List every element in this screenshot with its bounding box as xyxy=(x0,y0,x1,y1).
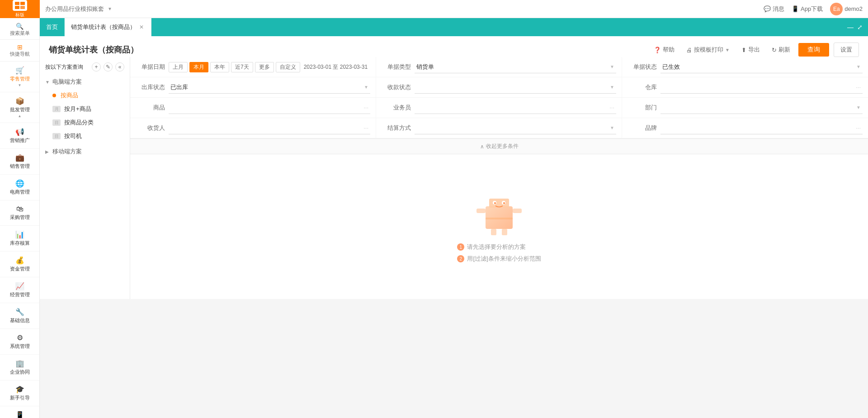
sidebar-item-inventory[interactable]: 📊 库存核算 xyxy=(0,226,39,252)
user-profile[interactable]: Ea demo2 xyxy=(830,3,863,15)
sidebar-item-enterprise[interactable]: 🏢 企业协同 xyxy=(0,355,39,380)
collectstatus-select[interactable]: ▼ xyxy=(415,81,616,94)
sidebar-item-system[interactable]: ⚙ 系统管理 xyxy=(0,329,39,355)
settlement-select[interactable]: ▼ xyxy=(415,122,616,134)
docstatus-label: 单据状态 xyxy=(627,63,657,71)
sidebar-item-ecommerce[interactable]: 🌐 电商管理 xyxy=(0,175,39,200)
print-arrow-icon: ▼ xyxy=(725,48,730,52)
username: demo2 xyxy=(844,5,863,12)
tree-group-mobile[interactable]: ▶ 移动端方案 xyxy=(40,145,130,158)
salesman-label: 业务员 xyxy=(382,104,411,112)
brand-input[interactable]: ··· xyxy=(660,122,863,134)
tree-item-by-goods-label: 按商品 xyxy=(61,91,78,100)
tree-item-category-label: 按商品分类 xyxy=(64,119,94,127)
query-btn[interactable]: 查询 xyxy=(798,43,829,57)
tree-item-by-month-goods[interactable]: 月 按月+商品 xyxy=(40,102,130,116)
settings-btn[interactable]: 设置 xyxy=(834,43,859,57)
filter-rows: 单据日期 上月 本月 本年 近7天 更多 自定义 2023-03-01 至 20… xyxy=(130,57,868,139)
tab-maximize-icon[interactable]: ⤢ xyxy=(857,24,863,31)
quick-nav[interactable]: ⊞ 快捷导航 xyxy=(0,40,39,62)
date-btn-custom[interactable]: 自定义 xyxy=(276,62,300,72)
scheme-actions: + ✎ « xyxy=(92,62,124,71)
outstatus-arrow-icon: ▼ xyxy=(364,85,368,90)
svg-rect-3 xyxy=(20,6,25,9)
empty-illustration xyxy=(472,190,526,236)
warehouse-label: 仓库 xyxy=(627,83,657,91)
sidebar-item-operations[interactable]: 📈 经营管理 xyxy=(0,277,39,303)
tree-item-month-label: 按月+商品 xyxy=(64,105,91,113)
main-layout: 按以下方案查询 + ✎ « ▼ xyxy=(40,57,868,299)
edit-scheme-btn[interactable]: ✎ xyxy=(104,62,113,71)
tree-arrow-desktop: ▼ xyxy=(45,80,51,85)
receiver-dots-icon[interactable]: ··· xyxy=(363,124,368,131)
docstatus-value: 已生效 xyxy=(662,63,856,71)
doctype-select[interactable]: 销货单 ▼ xyxy=(415,61,616,73)
warehouse-dots-icon[interactable]: ··· xyxy=(856,84,861,90)
date-btn-this-year[interactable]: 本年 xyxy=(210,62,229,72)
goods-input[interactable]: ··· xyxy=(169,101,370,114)
receiver-input[interactable]: ··· xyxy=(169,122,370,134)
system-label: 系统管理 xyxy=(10,343,30,350)
add-scheme-btn[interactable]: + xyxy=(92,62,101,71)
tree-item-by-goods[interactable]: 按商品 xyxy=(40,89,130,102)
sidebar-item-wholesale[interactable]: 📦 批发管理 ▲ xyxy=(0,92,39,123)
tab-minimize-icon[interactable]: — xyxy=(847,24,854,31)
print-btn[interactable]: 🖨 按模板打印 ▼ xyxy=(683,44,733,56)
sidebar-item-purchase[interactable]: 🛍 采购管理 xyxy=(0,200,39,226)
collapse-filters-btn[interactable]: ∧ 收起更多条件 xyxy=(130,139,868,154)
active-tab-label: 销货单统计表（按商品） xyxy=(71,23,136,31)
sidebar-item-sales[interactable]: 💼 销售管理 xyxy=(0,149,39,175)
filter-row-3: 商品 ··· 业务员 ··· xyxy=(130,98,868,118)
sidebar-item-retail[interactable]: 🛒 零售管理 ▼ xyxy=(0,62,39,92)
tree-arrow-mobile: ▶ xyxy=(45,149,51,154)
message-icon: 💬 xyxy=(764,5,771,12)
sidebar-item-guide[interactable]: 🎓 新手引导 xyxy=(0,380,39,406)
filter-cell-brand: 品牌 ··· xyxy=(622,118,868,138)
retail-label: 零售管理 xyxy=(10,76,30,82)
tree-item-by-category[interactable]: 目 按商品分类 xyxy=(40,116,130,129)
industry-dropdown-icon[interactable]: ▼ xyxy=(108,6,112,11)
help-btn[interactable]: ❓ 帮助 xyxy=(650,44,678,56)
enterprise-label: 企业协同 xyxy=(10,369,30,375)
tree-group-desktop[interactable]: ▼ 电脑端方案 xyxy=(40,75,130,89)
tree-item-by-driver[interactable]: 目 按司机 xyxy=(40,129,130,143)
purchase-label: 采购管理 xyxy=(10,214,30,221)
sidebar-search[interactable]: 🔍 帮助 搜索菜单 xyxy=(0,18,39,40)
sidebar-item-appcenter[interactable]: 📱 应用中心 xyxy=(0,406,39,418)
date-btn-last-month[interactable]: 上月 xyxy=(169,62,188,72)
collapse-panel-btn[interactable]: « xyxy=(115,62,124,71)
tip-text-2: 用[过滤]条件来缩小分析范围 xyxy=(467,255,541,263)
app-logo[interactable]: 标版 xyxy=(0,0,40,18)
tab-controls: — ⤢ xyxy=(151,24,868,31)
svg-rect-2 xyxy=(15,6,19,9)
page-title: 销货单统计表（按商品） xyxy=(49,44,138,55)
collapse-icon: ∧ xyxy=(480,143,484,150)
warehouse-input[interactable]: ··· xyxy=(660,81,863,94)
date-btn-this-month[interactable]: 本月 xyxy=(189,62,208,72)
date-btn-more[interactable]: 更多 xyxy=(255,62,274,72)
date-btn-7days[interactable]: 近7天 xyxy=(231,62,253,72)
docstatus-select[interactable]: 已生效 ▼ xyxy=(660,61,863,73)
outstatus-select[interactable]: 已出库 ▼ xyxy=(169,81,370,94)
wholesale-icon: 📦 xyxy=(15,97,24,105)
brand-label: 品牌 xyxy=(627,124,657,132)
refresh-btn[interactable]: ↻ 刷新 xyxy=(768,44,794,56)
dept-select[interactable]: ▼ xyxy=(660,101,863,114)
sidebar-item-marketing[interactable]: 📢 营销推广 xyxy=(0,123,39,149)
brand-dots-icon[interactable]: ··· xyxy=(856,124,861,131)
close-tab-icon[interactable]: ✕ xyxy=(138,24,145,30)
sidebar-item-finance[interactable]: 💰 资金管理 xyxy=(0,252,39,277)
svg-rect-10 xyxy=(476,209,486,213)
goods-dots-icon[interactable]: ··· xyxy=(363,104,368,111)
export-btn[interactable]: ⬆ 导出 xyxy=(738,44,764,56)
dept-arrow-icon: ▼ xyxy=(856,105,861,110)
tab-home[interactable]: 首页 xyxy=(40,18,65,36)
sidebar-item-basic[interactable]: 🔧 基础信息 xyxy=(0,303,39,329)
tab-active[interactable]: 销货单统计表（按商品） ✕ xyxy=(65,18,151,36)
app-download-btn[interactable]: 📱 App下载 xyxy=(792,5,823,13)
salesman-input[interactable]: ··· xyxy=(415,101,616,114)
doctype-arrow-icon: ▼ xyxy=(610,64,614,69)
empty-tip-2: 2 用[过滤]条件来缩小分析范围 xyxy=(457,255,541,263)
salesman-dots-icon[interactable]: ··· xyxy=(609,104,614,111)
message-btn[interactable]: 💬 消息 xyxy=(764,5,784,13)
